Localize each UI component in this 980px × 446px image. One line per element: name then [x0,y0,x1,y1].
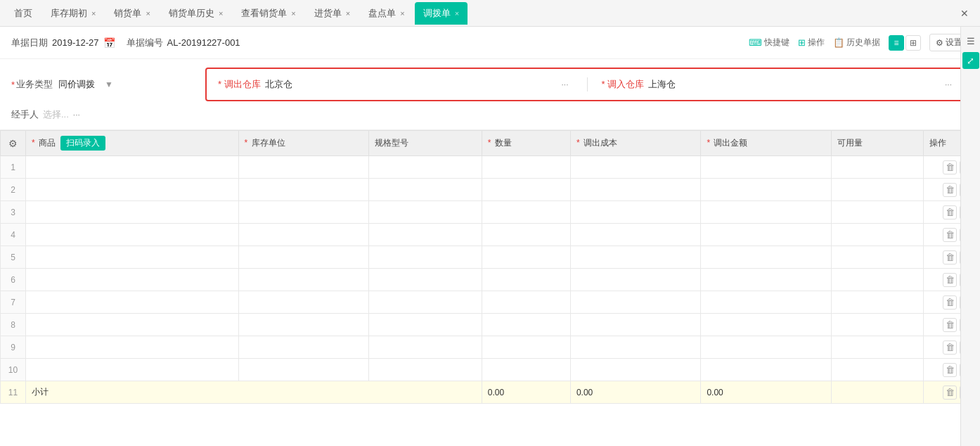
warehouse-in-more-btn[interactable]: ··· [941,79,956,89]
calendar-icon[interactable]: 📅 [103,37,115,49]
cell-unit[interactable] [238,291,368,314]
cell-unit[interactable] [238,201,368,224]
cell-amount[interactable] [701,246,831,269]
tab-purchase-order[interactable]: 进货单 × [306,2,359,25]
cell-quantity[interactable] [482,314,570,336]
handler-select[interactable]: 选择... [43,108,69,121]
cell-amount[interactable] [701,201,831,224]
cell-amount[interactable] [701,314,831,336]
sidebar-expand-btn[interactable]: ⤢ [962,52,979,69]
tab-view-sales[interactable]: 查看销货单 × [233,2,304,25]
cell-unit[interactable] [238,269,368,291]
warehouse-out-value[interactable]: 北京仓 [265,78,292,91]
cell-quantity[interactable] [482,359,570,381]
cell-amount[interactable] [701,359,831,381]
cell-available[interactable] [831,156,923,179]
cell-spec[interactable] [369,179,482,201]
delete-row-btn[interactable]: 🗑 [943,183,957,197]
delete-row-btn[interactable]: 🗑 [943,273,957,287]
cell-available[interactable] [831,336,923,359]
cell-unit[interactable] [238,156,368,179]
cell-cost[interactable] [570,201,700,224]
cell-product[interactable] [26,359,239,381]
cell-spec[interactable] [369,246,482,269]
cell-unit[interactable] [238,179,368,201]
cell-product[interactable] [26,224,239,246]
cell-amount[interactable] [701,156,831,179]
cell-spec[interactable] [369,314,482,336]
cell-amount[interactable] [701,336,831,359]
cell-unit[interactable] [238,224,368,246]
tab-inventory-init[interactable]: 库存期初 × [42,2,104,25]
table-container[interactable]: ⚙ * 商品 扫码录入 * 库存单位 规格型号 * 数量 [0,130,980,404]
cell-quantity[interactable] [482,336,570,359]
cell-cost[interactable] [570,156,700,179]
cell-unit[interactable] [238,246,368,269]
cell-cost[interactable] [570,314,700,336]
warehouse-in-value[interactable]: 上海仓 [648,78,676,91]
cell-product[interactable] [26,269,239,291]
cell-available[interactable] [831,179,923,201]
close-tab-inventory-init[interactable]: × [91,9,96,18]
cell-amount[interactable] [701,224,831,246]
cell-available[interactable] [831,291,923,314]
delete-row-btn[interactable]: 🗑 [943,228,957,242]
close-tab-purchase-order[interactable]: × [346,9,350,18]
cell-available[interactable] [831,224,923,246]
cell-spec[interactable] [369,224,482,246]
close-tab-sales-order[interactable]: × [146,9,150,18]
tab-transfer-order[interactable]: 调拨单 × [415,2,468,25]
cell-product[interactable] [26,156,239,179]
delete-row-btn[interactable]: 🗑 [943,318,957,332]
cell-cost[interactable] [570,336,700,359]
shortcut-action[interactable]: ⌨ 快捷键 [749,37,789,49]
close-tab-transfer-order[interactable]: × [455,9,459,18]
close-tab-sales-history[interactable]: × [219,9,223,18]
cell-cost[interactable] [570,179,700,201]
cell-cost[interactable] [570,291,700,314]
cell-spec[interactable] [369,156,482,179]
delete-row-btn[interactable]: 🗑 [943,363,957,377]
cell-available[interactable] [831,359,923,381]
tab-sales-history[interactable]: 销货单历史 × [160,2,231,25]
cell-cost[interactable] [570,224,700,246]
close-tab-inventory-check[interactable]: × [400,9,404,18]
tab-home[interactable]: 首页 [6,2,41,25]
window-close-button[interactable]: ✕ [955,4,974,23]
cell-cost[interactable] [570,269,700,291]
business-type-value[interactable]: 同价调拨 [58,78,95,91]
layout-btn-list[interactable]: ≡ [889,35,904,51]
warehouse-out-more-btn[interactable]: ··· [557,79,572,89]
cell-spec[interactable] [369,336,482,359]
cell-unit[interactable] [238,336,368,359]
cell-product[interactable] [26,179,239,201]
scan-input-button[interactable]: 扫码录入 [60,136,105,151]
cell-spec[interactable] [369,269,482,291]
cell-available[interactable] [831,246,923,269]
cell-quantity[interactable] [482,156,570,179]
cell-available[interactable] [831,269,923,291]
layout-btn-grid[interactable]: ⊞ [905,35,921,51]
cell-product[interactable] [26,201,239,224]
cell-spec[interactable] [369,359,482,381]
delete-row-btn[interactable]: 🗑 [943,340,957,355]
cell-quantity[interactable] [482,201,570,224]
cell-quantity[interactable] [482,291,570,314]
cell-product[interactable] [26,291,239,314]
delete-row-btn[interactable]: 🗑 [943,386,957,400]
cell-unit[interactable] [238,314,368,336]
business-type-dropdown-icon[interactable]: ▼ [105,79,113,89]
delete-row-btn[interactable]: 🗑 [943,160,957,174]
tab-inventory-check[interactable]: 盘点单 × [360,2,413,25]
cell-available[interactable] [831,314,923,336]
doc-date-value[interactable]: 2019-12-27 [52,37,99,48]
delete-row-btn[interactable]: 🗑 [943,250,957,265]
cell-amount[interactable] [701,291,831,314]
close-tab-view-sales[interactable]: × [291,9,295,18]
cell-amount[interactable] [701,179,831,201]
cell-quantity[interactable] [482,224,570,246]
cell-cost[interactable] [570,246,700,269]
cell-product[interactable] [26,336,239,359]
cell-product[interactable] [26,314,239,336]
cell-amount[interactable] [701,269,831,291]
